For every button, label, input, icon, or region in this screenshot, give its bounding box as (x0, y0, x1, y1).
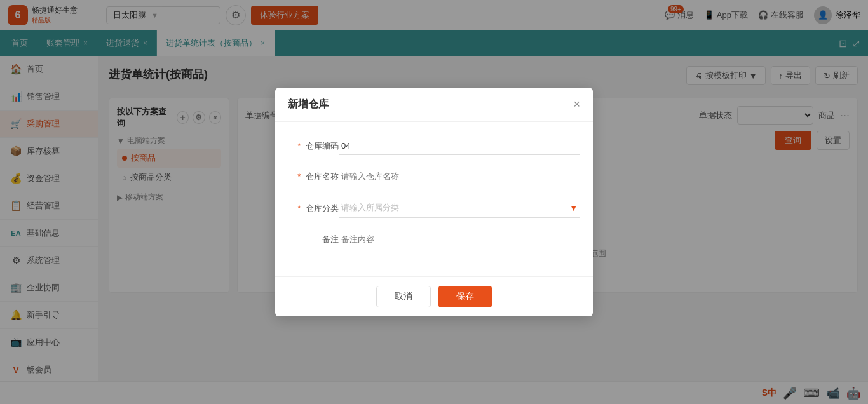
warehouse-code-label: * 仓库编码 (288, 140, 339, 152)
category-dropdown-icon: ▼ (569, 203, 578, 213)
warehouse-remark-input[interactable] (339, 231, 580, 248)
warehouse-category-label: * 仓库分类 (288, 203, 339, 214)
warehouse-category-row: * 仓库分类 请输入所属分类 ▼ (288, 198, 580, 218)
warehouse-code-row: * 仓库编码 (288, 137, 580, 155)
save-button[interactable]: 保存 (438, 286, 492, 307)
modal-footer: 取消 保存 (275, 276, 593, 316)
add-warehouse-modal: 新增仓库 × * 仓库编码 * 仓库名称 (275, 88, 593, 316)
modal-overlay: 新增仓库 × * 仓库编码 * 仓库名称 (0, 0, 868, 404)
warehouse-category-select[interactable]: 请输入所属分类 ▼ (339, 198, 580, 218)
warehouse-name-row: * 仓库名称 (288, 168, 580, 185)
warehouse-name-label: * 仓库名称 (288, 171, 339, 182)
warehouse-name-input[interactable] (339, 168, 580, 185)
modal-body: * 仓库编码 * 仓库名称 * 仓库分类 请输入所属 (275, 122, 593, 276)
modal-title: 新增仓库 (288, 98, 329, 111)
warehouse-remark-label: 备注 (288, 234, 339, 245)
warehouse-remark-row: 备注 (288, 231, 580, 248)
modal-close-button[interactable]: × (573, 98, 580, 111)
warehouse-code-input[interactable] (339, 137, 580, 155)
modal-header: 新增仓库 × (275, 88, 593, 122)
cancel-button[interactable]: 取消 (376, 286, 431, 307)
